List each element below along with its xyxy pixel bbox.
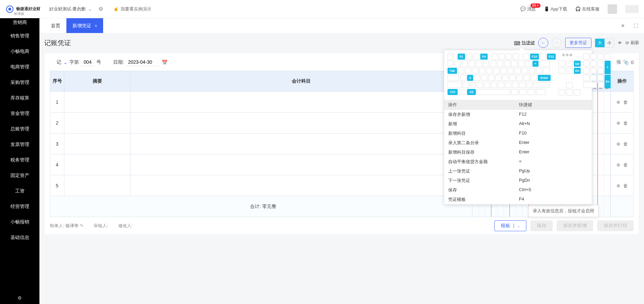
sidebar-item-5[interactable]: 库存核算 xyxy=(0,90,39,106)
demo-link[interactable]: ☝ 我要看实例演示 xyxy=(113,6,151,12)
sidebar-item-0[interactable]: 营销商 xyxy=(0,18,39,28)
prev-voucher-button[interactable]: ← xyxy=(538,38,548,48)
customer-service-button[interactable]: 🎧 在线客服 xyxy=(575,6,600,12)
page-actions: ⌨ 快捷键 ← → 更多凭证 大 小 👁 ⟳ 刷新 xyxy=(514,38,639,48)
shortcut-key: PgUp xyxy=(519,168,588,174)
key-tab: Tab xyxy=(448,68,457,74)
key-pgdn: Dn xyxy=(574,68,581,74)
subject-cell[interactable] xyxy=(130,92,472,113)
summary-cell[interactable] xyxy=(64,175,130,196)
hdr-op: 操作 xyxy=(448,102,519,108)
sidebar-item-4[interactable]: 采购管理 xyxy=(0,75,39,90)
hdr-key: 快捷键 xyxy=(519,102,588,108)
shortcut-row: 新增科目F10 xyxy=(444,129,592,138)
shortcut-key: Alt+N xyxy=(519,121,588,127)
num-suffix: 号 xyxy=(96,59,101,65)
demo-label: 我要看实例演示 xyxy=(121,6,151,12)
key-f10: F10 xyxy=(530,54,539,60)
summary-cell[interactable] xyxy=(64,154,130,175)
shortcut-key: PgDn xyxy=(519,178,588,184)
sidebar-item-13[interactable]: 小畅报销 xyxy=(0,214,39,230)
add-row-icon[interactable]: ⊕ xyxy=(616,141,620,147)
key-f12: F12 xyxy=(547,54,556,60)
summary-cell[interactable] xyxy=(64,92,130,113)
summary-cell[interactable] xyxy=(64,133,130,154)
app-download-button[interactable]: 📱 App下载 xyxy=(544,6,567,12)
summary-cell[interactable] xyxy=(64,113,130,133)
size-small[interactable]: 小 xyxy=(605,39,614,47)
add-row-icon[interactable]: ⊕ xyxy=(616,183,620,188)
total-text: 零元整 xyxy=(262,204,276,209)
sidebar-item-2[interactable]: 小畅电商 xyxy=(0,44,39,59)
add-row-icon[interactable]: ⊕ xyxy=(616,99,620,105)
sidebar-item-10[interactable]: 固定资产 xyxy=(0,168,39,183)
avatar[interactable] xyxy=(608,4,617,14)
sidebar-item-1[interactable]: 销售管理 xyxy=(0,28,39,44)
voucher-type[interactable]: 记 xyxy=(57,59,61,65)
delete-row-icon[interactable]: 🗑 xyxy=(623,162,628,168)
sidebar-item-14[interactable]: 基础信息 xyxy=(0,230,39,245)
user-info[interactable] xyxy=(625,5,639,13)
attachment-icon[interactable]: 📎 xyxy=(623,60,629,65)
sidebar-item-6[interactable]: 资金管理 xyxy=(0,106,39,121)
voucher-number-input[interactable] xyxy=(81,58,94,66)
subject-cell[interactable] xyxy=(130,175,472,196)
sidebar-item-11[interactable]: 工资 xyxy=(0,183,39,199)
sidebar-item-12[interactable]: 经营管理 xyxy=(0,199,39,214)
logo-subtitle: 标准版 xyxy=(14,11,24,16)
delete-row-icon[interactable]: 🗑 xyxy=(623,183,628,188)
sidebar-settings-icon[interactable]: ⚙ xyxy=(0,292,39,304)
delete-row-icon[interactable]: 🗑 xyxy=(623,141,628,147)
date-input[interactable] xyxy=(126,58,160,66)
save-button: 保存 xyxy=(530,220,553,231)
shortcut-list: 操作 快捷键 保存并新增F12新增Alt+N新增科目F10录入第二条分录Ente… xyxy=(444,100,592,204)
refresh-button[interactable]: ⟳ 刷新 xyxy=(625,40,639,46)
add-row-icon[interactable]: ⊕ xyxy=(616,162,620,168)
subject-cell[interactable] xyxy=(130,113,472,133)
chevron-down-icon[interactable]: ⌄ xyxy=(63,60,67,65)
sidebar-item-3[interactable]: 电商管理 xyxy=(0,59,39,75)
next-voucher-button[interactable]: → xyxy=(552,38,562,48)
message-icon: 💬 xyxy=(520,6,526,11)
ops-cell: ⊕🗑 xyxy=(611,113,634,133)
tab-close-all-icon[interactable]: ✕ xyxy=(618,21,628,31)
delete-row-icon[interactable]: 🗑 xyxy=(623,99,628,105)
tab-home[interactable]: 首页 xyxy=(45,18,66,33)
total-label: 合计: xyxy=(250,204,261,209)
tab-new-voucher[interactable]: 新增凭证 × xyxy=(66,18,103,33)
settings-gear-icon[interactable]: ⚙ xyxy=(98,6,103,12)
subject-cell[interactable] xyxy=(130,154,472,175)
sidebar-item-7[interactable]: 总账管理 xyxy=(0,121,39,137)
template-button[interactable]: 模板 ⌄ xyxy=(494,220,526,231)
size-big[interactable]: 大 xyxy=(595,39,605,47)
total-ops xyxy=(611,196,634,217)
calendar-icon[interactable]: 📅 xyxy=(162,60,167,65)
view-toggle-icon[interactable]: 👁 xyxy=(618,40,622,45)
auditor-label: 审核人: xyxy=(94,223,108,228)
shortcut-op: 下一张凭证 xyxy=(448,178,519,184)
add-row-icon[interactable]: ⊕ xyxy=(616,120,620,126)
save-tooltip: 录入有效信息后，按钮才会启用 xyxy=(528,205,599,217)
save-new-button: 保存并新增 xyxy=(557,220,593,231)
modifier-label: 修改人: xyxy=(118,223,133,228)
sidebar-item-8[interactable]: 发票管理 xyxy=(0,137,39,152)
shortcut-button[interactable]: ⌨ 快捷键 xyxy=(514,40,535,46)
shortcut-row: 保存并新增F12 xyxy=(444,110,592,119)
sidebar-item-9[interactable]: 税务管理 xyxy=(0,152,39,168)
logo-text: 畅捷通好业财 xyxy=(16,6,40,12)
shortcut-op: 自动平衡借贷方金额 xyxy=(448,159,519,165)
date-label: 日期: xyxy=(113,59,124,65)
ops-cell: ⊕🗑 xyxy=(611,175,634,196)
messages-button[interactable]: 💬 消息 99 + xyxy=(520,6,536,12)
project-selector[interactable]: 好业财测试-量勿删 ⌄ xyxy=(49,6,92,12)
subject-cell[interactable] xyxy=(130,133,472,154)
more-vouchers-button[interactable]: 更多凭证 xyxy=(565,38,591,48)
main-area: 首页 新增凭证 × ✕ ⛶ 记账凭证 ⌨ 快捷键 ← → xyxy=(39,18,644,304)
delete-row-icon[interactable]: 🗑 xyxy=(623,120,628,126)
shortcut-key: Enter xyxy=(519,149,588,155)
close-icon[interactable]: × xyxy=(95,24,97,28)
hdr-subject: 会计科目 xyxy=(130,71,472,92)
key-enter: Enter xyxy=(538,75,551,81)
edit-icon[interactable]: ✎ xyxy=(80,223,84,228)
fullscreen-icon[interactable]: ⛶ xyxy=(631,21,641,31)
